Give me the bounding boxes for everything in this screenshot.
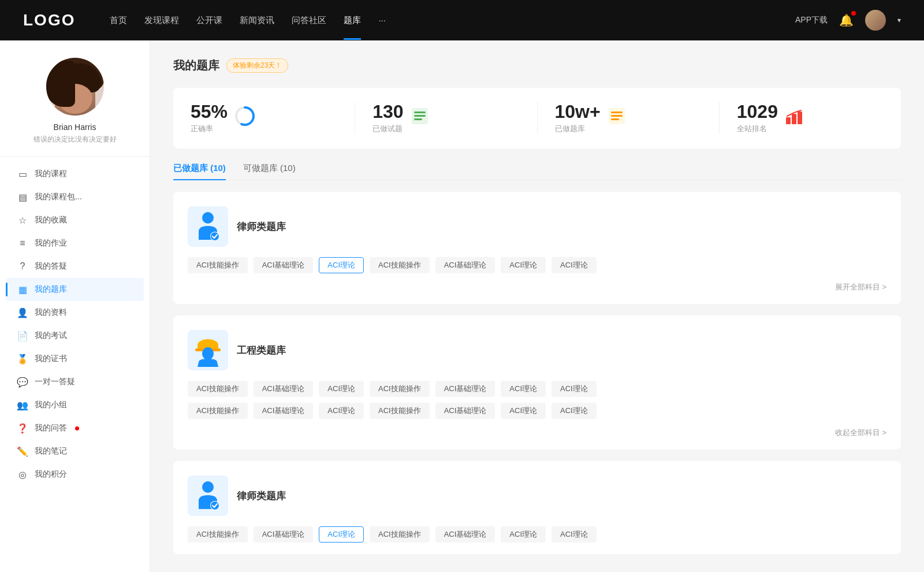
tag-item-active[interactable]: ACI理论 bbox=[319, 526, 364, 543]
category-card-lawyer-1: 律师类题库 ACI技能操作 ACI基础理论 ACI理论 ACI技能操作 ACI基… bbox=[173, 192, 901, 304]
tag-item[interactable]: ACI技能操作 bbox=[370, 526, 430, 543]
tag-item[interactable]: ACI技能操作 bbox=[370, 257, 430, 273]
tag-item[interactable]: ACI理论 bbox=[319, 381, 364, 397]
tag-item[interactable]: ACI理论 bbox=[552, 381, 597, 397]
notification-bell[interactable]: 🔔 bbox=[839, 13, 854, 27]
nav-qa[interactable]: 问答社区 bbox=[292, 15, 326, 26]
sidebar-item-group[interactable]: 👥 我的小组 bbox=[6, 393, 144, 417]
sidebar-item-certificate[interactable]: 🏅 我的证书 bbox=[6, 347, 144, 370]
svg-point-20 bbox=[202, 481, 214, 493]
points-icon: ◎ bbox=[17, 469, 28, 480]
svg-rect-9 bbox=[611, 118, 619, 120]
stat-rank: 1029 全站排名 bbox=[720, 102, 901, 134]
tag-item[interactable]: ACI技能操作 bbox=[188, 403, 248, 419]
sidebar-label-certificate: 我的证书 bbox=[35, 354, 67, 364]
sidebar-motto: 错误的决定比没有决定要好 bbox=[33, 135, 117, 144]
trial-badge: 体验剩余23天！ bbox=[226, 58, 288, 73]
sidebar-label-points: 我的积分 bbox=[35, 469, 67, 480]
nav-discover[interactable]: 发现课程 bbox=[144, 15, 179, 26]
tag-item[interactable]: ACI技能操作 bbox=[188, 526, 248, 543]
stat-label-rank: 全站排名 bbox=[737, 124, 778, 134]
correct-rate-icon bbox=[234, 106, 255, 131]
sidebar-item-my-course[interactable]: ▭ 我的课程 bbox=[6, 162, 144, 185]
sidebar-label-question-bank: 我的题库 bbox=[35, 284, 67, 295]
tag-item[interactable]: ACI理论 bbox=[501, 257, 546, 273]
tab-available[interactable]: 可做题库 (10) bbox=[243, 163, 296, 180]
nav-news[interactable]: 新闻资讯 bbox=[240, 15, 274, 26]
tag-item[interactable]: ACI基础理论 bbox=[435, 381, 495, 397]
tag-item-active[interactable]: ACI理论 bbox=[319, 257, 364, 273]
tag-item[interactable]: ACI理论 bbox=[501, 526, 546, 543]
tag-item[interactable]: ACI理论 bbox=[501, 403, 546, 419]
tag-item[interactable]: ACI技能操作 bbox=[370, 381, 430, 397]
svg-rect-5 bbox=[414, 118, 422, 120]
done-bank-icon bbox=[608, 107, 626, 129]
category-card-engineer: 工程类题库 ACI技能操作 ACI基础理论 ACI理论 ACI技能操作 ACI基… bbox=[173, 315, 901, 450]
sidebar-item-exam[interactable]: 📄 我的考试 bbox=[6, 324, 144, 347]
tag-item[interactable]: ACI技能操作 bbox=[188, 381, 248, 397]
category-card-lawyer-2: 律师类题库 ACI技能操作 ACI基础理论 ACI理论 ACI技能操作 ACI基… bbox=[173, 461, 901, 554]
tag-item[interactable]: ACI理论 bbox=[319, 403, 364, 419]
stat-correct-rate: 55% 正确率 bbox=[173, 102, 355, 134]
sidebar-label-group: 我的小组 bbox=[35, 400, 67, 410]
sidebar-item-notes[interactable]: ✏️ 我的笔记 bbox=[6, 440, 144, 463]
nav-more[interactable]: ··· bbox=[378, 15, 386, 26]
nav-menu: 首页 发现课程 公开课 新闻资讯 问答社区 题库 ··· bbox=[110, 15, 795, 26]
expand-all-lawyer-1[interactable]: 展开全部科目 > bbox=[188, 279, 886, 298]
user-profile: Brian Harris 错误的决定比没有决定要好 bbox=[0, 58, 150, 157]
nav-open-course[interactable]: 公开课 bbox=[196, 15, 222, 26]
svg-rect-11 bbox=[792, 114, 796, 124]
category-icon-engineer bbox=[188, 330, 228, 370]
questions-red-dot bbox=[75, 426, 79, 430]
svg-rect-8 bbox=[611, 115, 623, 117]
category-title-lawyer-2: 律师类题库 bbox=[237, 489, 286, 503]
profile-icon: 👤 bbox=[17, 307, 28, 318]
nav-question-bank[interactable]: 题库 bbox=[344, 15, 361, 26]
tag-item[interactable]: ACI理论 bbox=[552, 403, 597, 419]
tag-item[interactable]: ACI基础理论 bbox=[435, 257, 495, 273]
sidebar-item-homework[interactable]: ≡ 我的作业 bbox=[6, 232, 144, 255]
tag-item[interactable]: ACI理论 bbox=[552, 257, 597, 273]
collapse-all-engineer[interactable]: 收起全部科目 > bbox=[188, 425, 886, 444]
svg-point-13 bbox=[202, 212, 214, 224]
tag-item[interactable]: ACI基础理论 bbox=[254, 403, 314, 419]
tag-item[interactable]: ACI基础理论 bbox=[254, 257, 314, 273]
tag-item[interactable]: ACI基础理论 bbox=[435, 526, 495, 543]
category-icon-lawyer-1 bbox=[188, 206, 228, 247]
qa-icon: ? bbox=[17, 261, 28, 272]
sidebar-item-1on1[interactable]: 💬 一对一答疑 bbox=[6, 370, 144, 393]
tags-row-lawyer-1: ACI技能操作 ACI基础理论 ACI理论 ACI技能操作 ACI基础理论 AC… bbox=[188, 257, 886, 273]
tab-done[interactable]: 已做题库 (10) bbox=[173, 163, 226, 180]
tag-item[interactable]: ACI理论 bbox=[552, 526, 597, 543]
sidebar-item-profile[interactable]: 👤 我的资料 bbox=[6, 301, 144, 324]
user-dropdown-arrow[interactable]: ▾ bbox=[897, 16, 901, 24]
logo[interactable]: LOGO bbox=[23, 11, 75, 29]
sidebar-item-course-package[interactable]: ▤ 我的课程包... bbox=[6, 185, 144, 209]
notes-icon: ✏️ bbox=[17, 446, 28, 456]
tag-item[interactable]: ACI基础理论 bbox=[435, 403, 495, 419]
navbar-right: APP下载 🔔 ▾ bbox=[795, 10, 901, 31]
sidebar-item-question-bank[interactable]: ▦ 我的题库 bbox=[6, 278, 144, 301]
stat-label-done-bank: 已做题库 bbox=[555, 124, 601, 134]
tag-item[interactable]: ACI基础理论 bbox=[254, 526, 314, 543]
app-download-link[interactable]: APP下载 bbox=[795, 15, 828, 25]
stats-row: 55% 正确率 130 已做试题 bbox=[173, 88, 901, 148]
notification-badge bbox=[851, 11, 856, 16]
svg-rect-7 bbox=[611, 112, 623, 113]
nav-home[interactable]: 首页 bbox=[110, 15, 127, 26]
tag-item[interactable]: ACI技能操作 bbox=[188, 257, 248, 273]
sidebar-label-homework: 我的作业 bbox=[35, 238, 67, 248]
sidebar-item-points[interactable]: ◎ 我的积分 bbox=[6, 463, 144, 486]
category-icon-lawyer-2 bbox=[188, 476, 228, 516]
tag-item[interactable]: ACI基础理论 bbox=[254, 381, 314, 397]
sidebar-item-favorites[interactable]: ☆ 我的收藏 bbox=[6, 209, 144, 232]
course-icon: ▭ bbox=[17, 169, 28, 179]
tag-item[interactable]: ACI技能操作 bbox=[370, 403, 430, 419]
sidebar-label-notes: 我的笔记 bbox=[35, 446, 67, 456]
tag-item[interactable]: ACI理论 bbox=[501, 381, 546, 397]
sidebar-username: Brian Harris bbox=[54, 122, 96, 132]
question-bank-tabs: 已做题库 (10) 可做题库 (10) bbox=[173, 163, 901, 180]
sidebar-item-my-qa[interactable]: ? 我的答疑 bbox=[6, 255, 144, 278]
user-avatar[interactable] bbox=[865, 10, 886, 31]
sidebar-item-questions[interactable]: ❓ 我的问答 bbox=[6, 417, 144, 440]
